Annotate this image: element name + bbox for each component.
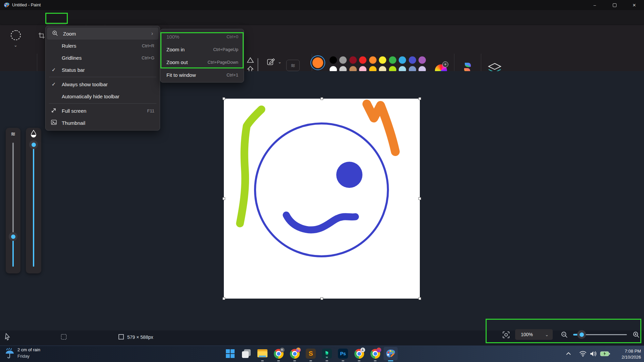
palette-swatch[interactable] — [330, 56, 337, 64]
chrome-flame-badge — [377, 348, 381, 352]
thickness-track-upper[interactable] — [12, 143, 14, 237]
menu-item-thumbnail[interactable]: Thumbnail — [46, 117, 160, 129]
fit-to-screen-button[interactable] — [502, 331, 510, 339]
shape-triangle-icon[interactable] — [247, 57, 254, 63]
tray-clock[interactable]: 7:08 PM 2/10/2026 — [604, 348, 641, 360]
close-button[interactable]: ✕ — [627, 0, 642, 10]
menu-item-rulers[interactable]: Rulers Ctrl+R — [46, 40, 160, 52]
minimize-button[interactable]: – — [587, 0, 602, 10]
paint-window: Untitled - Paint – ✕ File Edit View ↶ ↷ … — [0, 0, 644, 362]
pencil-tool-icon[interactable] — [267, 58, 276, 66]
chrome-person-badge — [360, 348, 365, 352]
palette-swatch[interactable] — [389, 56, 396, 64]
chrome-flame-button[interactable] — [368, 347, 382, 360]
add-color-icon: + — [442, 61, 448, 67]
palette-swatch[interactable] — [369, 56, 377, 64]
weather-day[interactable]: Friday — [17, 354, 30, 359]
weather-icon[interactable] — [5, 348, 15, 359]
palette-swatch[interactable] — [359, 56, 366, 64]
resize-handle-nw[interactable] — [222, 97, 225, 100]
filmora-icon: w — [322, 349, 332, 359]
chrome-r-badge: R — [280, 348, 285, 352]
palette-swatch[interactable] — [339, 56, 347, 64]
thickness-panel: ≋ — [6, 128, 20, 273]
resize-handle-e[interactable] — [418, 197, 421, 200]
maximize-button[interactable] — [607, 0, 622, 10]
chrome-badge — [296, 348, 301, 352]
opacity-panel — [26, 128, 41, 273]
sublime-text-button[interactable]: S — [304, 347, 318, 360]
weather-amount[interactable]: 2 cm of rain — [17, 347, 40, 352]
menu-item-status-bar[interactable]: ✓ Status bar — [46, 64, 160, 76]
menu-item-always-show-toolbar[interactable]: ✓ Always show toolbar — [46, 78, 160, 90]
submenu-arrow-icon: › — [151, 31, 153, 37]
running-indicator — [277, 360, 280, 361]
opacity-slider-thumb[interactable] — [29, 140, 38, 149]
menu-item-auto-hide-toolbar[interactable]: Automatically hide toolbar — [46, 90, 160, 102]
menu-separator — [49, 77, 156, 77]
resize-handle-n[interactable] — [320, 97, 323, 100]
menu-item-zoom[interactable]: Zoom › — [47, 28, 158, 40]
wifi-icon[interactable] — [579, 350, 587, 357]
zoom-out-button[interactable] — [561, 331, 568, 339]
selection-dropdown-chevron[interactable]: ⌄ — [14, 43, 17, 48]
speaker-icon[interactable] — [590, 351, 597, 357]
brushes-tool-icon[interactable]: ≋ — [286, 60, 300, 71]
opacity-track-lower[interactable] — [33, 145, 34, 267]
palette-swatch[interactable] — [379, 56, 386, 64]
resize-handle-s[interactable] — [320, 297, 323, 300]
zoom-slider-thumb[interactable] — [577, 330, 586, 339]
face-circle — [255, 123, 388, 256]
menu-item-label: Gridlines — [62, 55, 142, 61]
crop-tool-icon[interactable] — [38, 32, 45, 39]
submenu-item-zoom-out[interactable]: Zoom out Ctrl+PageDown — [160, 56, 244, 68]
running-indicator — [374, 360, 377, 361]
menu-separator — [49, 103, 156, 104]
drawing-canvas[interactable] — [224, 99, 420, 299]
resize-handle-sw[interactable] — [222, 297, 225, 300]
start-button[interactable] — [223, 347, 237, 360]
paint-icon — [386, 349, 396, 359]
pencil-dropdown-chevron[interactable]: ⌄ — [278, 59, 282, 64]
menu-item-label: Zoom — [63, 31, 151, 37]
menu-item-label: Always show toolbar — [62, 82, 160, 87]
menu-item-label: Rulers — [62, 43, 142, 49]
task-view-button[interactable] — [239, 347, 253, 360]
menu-item-gridlines[interactable]: Gridlines Ctrl+G — [46, 52, 160, 64]
filmora-button[interactable]: w — [320, 347, 334, 360]
resize-handle-ne[interactable] — [418, 97, 421, 100]
file-explorer-button[interactable] — [255, 347, 269, 360]
zoom-level-dropdown[interactable]: 100% ⌄ — [515, 329, 553, 340]
menu-item-label: Thumbnail — [62, 120, 160, 126]
selection-tool-icon[interactable] — [9, 29, 22, 42]
submenu-item-zoom-in[interactable]: Zoom in Ctrl+PageUp — [160, 43, 244, 56]
menu-item-shortcut: Ctrl+G — [142, 55, 154, 60]
palette-swatch[interactable] — [399, 56, 406, 64]
menu-item-label: Fit to window — [166, 72, 227, 78]
tray-expand-chevron[interactable] — [566, 352, 571, 356]
submenu-item-100[interactable]: 100% Ctrl+0 — [160, 30, 244, 43]
menu-item-full-screen[interactable]: Full screen F11 — [46, 105, 160, 117]
photoshop-button[interactable]: Ps — [336, 347, 350, 360]
resize-handle-se[interactable] — [418, 297, 421, 300]
paint-taskbar-button[interactable] — [384, 347, 398, 360]
chrome-badge-button[interactable] — [288, 347, 302, 360]
thickness-slider-thumb[interactable] — [9, 232, 17, 241]
thickness-track-lower[interactable] — [12, 237, 14, 267]
palette-swatch[interactable] — [349, 56, 357, 64]
zoom-in-button[interactable] — [633, 331, 640, 339]
menu-item-shortcut: F11 — [147, 108, 154, 113]
running-indicator — [293, 360, 296, 361]
resize-handle-w[interactable] — [222, 197, 225, 200]
palette-swatch[interactable] — [409, 56, 416, 64]
task-view-icon — [242, 349, 251, 358]
palette-swatch[interactable] — [418, 56, 426, 64]
opacity-droplet-icon — [30, 130, 37, 138]
foreground-color-swatch[interactable] — [312, 57, 323, 68]
smile-stroke — [286, 215, 355, 230]
chrome-person-button[interactable] — [352, 347, 366, 360]
selection-size-icon — [61, 334, 66, 340]
menu-item-label: 100% — [166, 34, 227, 40]
submenu-item-fit-to-window[interactable]: Fit to window Ctrl+1 — [160, 68, 244, 81]
chrome-r-button[interactable]: R — [271, 347, 286, 360]
